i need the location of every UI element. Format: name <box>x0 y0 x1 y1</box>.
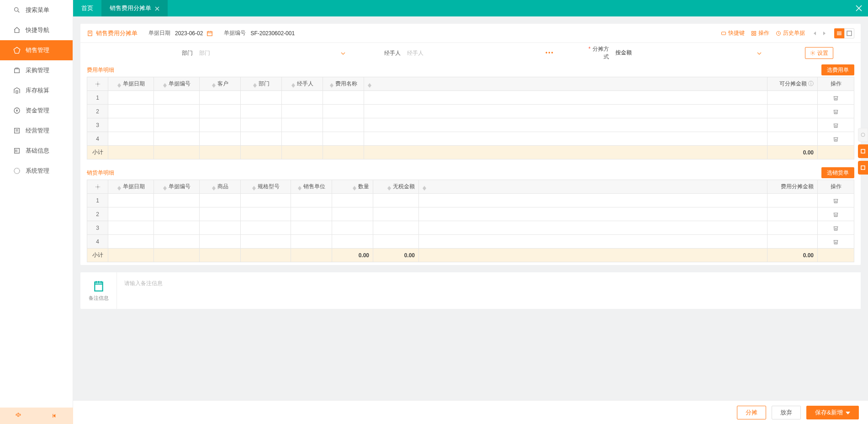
chevron-down-icon[interactable] <box>755 50 764 56</box>
operate-link[interactable]: 操作 <box>751 29 769 37</box>
delete-icon[interactable] <box>833 197 839 203</box>
table-row[interactable]: 3 <box>87 118 854 132</box>
col-gear[interactable] <box>87 180 108 194</box>
svg-marker-66 <box>298 188 302 191</box>
shortcut-link[interactable]: 快捷键 <box>721 29 745 37</box>
tab-close-icon[interactable] <box>155 5 159 12</box>
col-qty[interactable]: 数量 <box>332 180 373 194</box>
sidebar-item-label: 快捷导航 <box>26 26 49 34</box>
svg-point-78 <box>861 133 865 137</box>
table-row[interactable]: 4 <box>87 132 854 146</box>
svg-rect-31 <box>752 34 754 36</box>
filter-dept-input[interactable] <box>197 47 339 59</box>
save-new-button[interactable]: 保存&新增 <box>806 406 859 419</box>
table-row[interactable]: 1 <box>87 194 854 207</box>
remarks-input[interactable] <box>117 272 861 309</box>
tab-current-label: 销售费用分摊单 <box>110 4 151 12</box>
sales-icon <box>13 46 21 54</box>
topbar: 首页 销售费用分摊单 <box>73 0 868 16</box>
sidebar-item-system[interactable]: 系统管理 <box>0 161 73 181</box>
col-customer[interactable]: 客户 <box>200 77 241 91</box>
col-name[interactable]: 费用名称 <box>323 77 364 91</box>
col-date[interactable]: 单据日期 <box>108 180 154 194</box>
nav-prev-icon[interactable] <box>811 30 819 37</box>
nav-next-icon[interactable] <box>820 30 828 37</box>
svg-point-0 <box>15 8 18 11</box>
sidebar-item-label: 库存核算 <box>26 86 49 95</box>
sidebar-item-sales[interactable]: 销售管理 <box>0 40 73 60</box>
tab-home-label: 首页 <box>81 4 93 12</box>
filter-handler-input[interactable] <box>405 47 544 59</box>
sidebar-item-funds[interactable]: 资金管理 <box>0 101 73 121</box>
svg-rect-32 <box>754 34 756 36</box>
sidebar-item-purchase[interactable]: 采购管理 <box>0 60 73 80</box>
col-date[interactable]: 单据日期 <box>108 77 154 91</box>
delete-icon[interactable] <box>833 122 839 128</box>
svg-marker-51 <box>291 85 295 88</box>
allocate-button[interactable]: 分摊 <box>737 406 766 419</box>
chevron-down-icon[interactable] <box>339 50 348 56</box>
system-icon <box>13 167 21 175</box>
sidebar-item-inventory[interactable]: 库存核算 <box>0 80 73 101</box>
col-spec[interactable]: 规格型号 <box>241 180 291 194</box>
sidebar-item-basicinfo[interactable]: 基础信息 <box>0 141 73 161</box>
col-no[interactable]: 单据编号 <box>154 180 200 194</box>
sidebar-collapse-button[interactable] <box>37 408 73 424</box>
col-unit[interactable]: 销售单位 <box>291 180 332 194</box>
delete-icon[interactable] <box>833 94 839 101</box>
doc-date-label: 单据日期 <box>148 29 170 37</box>
delete-icon[interactable] <box>833 211 839 217</box>
table-row[interactable]: 3 <box>87 221 854 235</box>
sales-section: 销货单明细 选销货单 单据日期 单据编号 商品 规格型号 销售单位 <box>80 162 861 265</box>
select-sales-button[interactable]: 选销货单 <box>821 167 854 178</box>
topbar-close-button[interactable] <box>850 0 868 16</box>
delete-icon[interactable] <box>833 135 839 142</box>
col-blank2[interactable] <box>419 180 767 194</box>
sidebar-item-label: 基础信息 <box>26 147 49 155</box>
sidebar-search[interactable]: 搜索菜单 <box>0 0 73 20</box>
tab-current[interactable]: 销售费用分摊单 <box>101 0 168 16</box>
table-row[interactable]: 2 <box>87 105 854 118</box>
col-product[interactable]: 商品 <box>200 180 241 194</box>
subtotal-row: 小计 0.00 0.00 0.00 <box>87 249 854 262</box>
doc-date-field: 单据日期 2023-06-02 <box>148 29 213 37</box>
col-gear[interactable] <box>87 77 108 91</box>
more-icon[interactable]: ••• <box>544 50 556 56</box>
help-icon[interactable]: ⓘ <box>808 80 814 87</box>
delete-icon[interactable] <box>833 224 839 231</box>
side-float-item-1[interactable] <box>858 128 868 142</box>
col-notax[interactable]: 无税金额 <box>373 180 419 194</box>
calendar-icon[interactable] <box>206 30 213 37</box>
sidebar-settings-button[interactable] <box>0 408 37 424</box>
col-blank[interactable] <box>364 77 767 91</box>
col-dept[interactable]: 部门 <box>241 77 282 91</box>
main: 销售费用分摊单 单据日期 2023-06-02 单据编号 SF-20230602… <box>73 16 868 424</box>
discard-button[interactable]: 放弃 <box>772 406 801 419</box>
col-allocatable[interactable]: 可分摊金额 ⓘ <box>767 77 818 91</box>
side-float-item-3[interactable] <box>858 161 868 175</box>
doc-no-field: 单据编号 SF-20230602-001 <box>224 29 295 37</box>
view-card-button[interactable] <box>844 28 854 38</box>
settings-button[interactable]: 设置 <box>805 47 833 59</box>
sidebar-item-quick-nav[interactable]: 快捷导航 <box>0 20 73 40</box>
table-row[interactable]: 4 <box>87 235 854 249</box>
col-no[interactable]: 单据编号 <box>154 77 200 91</box>
select-expense-button[interactable]: 选费用单 <box>821 64 854 75</box>
view-list-button[interactable] <box>834 28 844 38</box>
svg-rect-24 <box>207 32 212 36</box>
delete-icon[interactable] <box>833 108 839 114</box>
table-row[interactable]: 1 <box>87 91 854 105</box>
col-handler[interactable]: 经手人 <box>282 77 323 91</box>
view-toggle <box>834 28 854 38</box>
history-link[interactable]: 历史单据 <box>776 29 805 37</box>
svg-marker-35 <box>823 32 826 35</box>
doc-date-value[interactable]: 2023-06-02 <box>175 30 203 37</box>
svg-rect-80 <box>861 166 865 170</box>
col-alloc-amount[interactable]: 费用分摊金额 <box>767 180 818 194</box>
tab-home[interactable]: 首页 <box>73 0 101 16</box>
side-float-item-2[interactable] <box>858 144 868 158</box>
delete-icon[interactable] <box>833 238 839 244</box>
sidebar-item-business[interactable]: 经营管理 <box>0 121 73 141</box>
table-row[interactable]: 2 <box>87 207 854 221</box>
filter-allocate-input[interactable] <box>614 47 755 59</box>
